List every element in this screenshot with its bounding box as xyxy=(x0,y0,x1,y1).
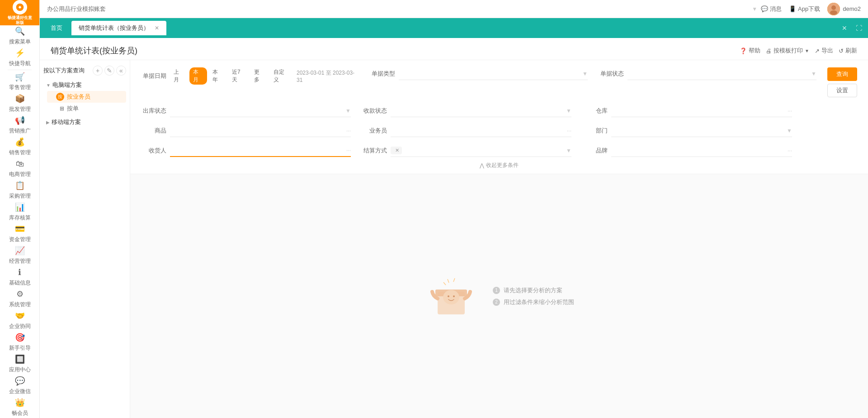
date-label: 单据日期 xyxy=(141,72,166,80)
pc-section-arrow: ▼ xyxy=(46,83,51,88)
sidebar-item-label: 系统管理 xyxy=(9,301,31,309)
sidebar-item-label: 搜索菜单 xyxy=(9,38,31,46)
export-btn[interactable]: ↗ 导出 xyxy=(815,47,833,55)
print-dropdown-icon: ▼ xyxy=(805,48,809,53)
sidebar-item-retail[interactable]: 🛒 零售管理 xyxy=(0,71,40,93)
sidebar-item-label: 经营管理 xyxy=(9,257,31,265)
out-status-select[interactable]: ▼ xyxy=(170,104,351,117)
sidebar-item-label: 营销推广 xyxy=(9,127,31,135)
date-tab-custom[interactable]: 自定义 xyxy=(270,67,293,85)
order-type-select[interactable]: ▼ xyxy=(399,67,588,80)
collapse-scheme-btn[interactable]: « xyxy=(116,66,126,76)
consignee-input[interactable]: ··· xyxy=(170,144,351,157)
sidebar-item-marketing[interactable]: 📢 营销推广 xyxy=(0,114,40,136)
scheme-item-label: 按单 xyxy=(67,104,79,113)
consignee-label: 收货人 xyxy=(141,147,166,155)
filter-item-out-status: 出库状态 ▼ xyxy=(141,104,351,117)
user-profile[interactable]: demo2 xyxy=(827,3,861,15)
brand-select[interactable]: ··· xyxy=(611,144,792,157)
scheme-panel-header: 按以下方案查询 + ✎ « xyxy=(43,66,126,76)
search-icon: 🔍 xyxy=(15,26,25,36)
svg-point-2 xyxy=(831,5,836,10)
date-tab-this-year[interactable]: 本年 xyxy=(209,67,226,85)
filter-row-4: 收货人 ··· 结算方式 ✕ xyxy=(141,144,857,157)
sidebar-item-wechat[interactable]: 💬 企业微信 xyxy=(0,375,40,396)
consignee-more-icon: ··· xyxy=(346,147,351,153)
out-status-dropdown-icon: ▼ xyxy=(345,108,351,114)
scheme-item-order[interactable]: ⊞ 按单 xyxy=(47,103,126,114)
dropdown-icon[interactable]: ▼ xyxy=(752,6,757,12)
operation-icon: 📈 xyxy=(15,246,25,256)
add-scheme-btn[interactable]: + xyxy=(93,66,103,76)
topbar-actions: 💬 消息 📱 App下载 demo2 xyxy=(761,3,861,15)
collapse-label: 收起更多条件 xyxy=(486,162,519,169)
sidebar-item-inventory[interactable]: 📊 库存核算 xyxy=(0,201,40,223)
sidebar-item-member[interactable]: 👑 畅会员 xyxy=(0,396,40,418)
pc-section-title[interactable]: ▼ 电脑端方案 xyxy=(43,79,126,91)
sidebar-item-purchase[interactable]: 📋 采购管理 xyxy=(0,180,40,201)
scheme-actions: + ✎ « xyxy=(93,66,126,76)
print-icon: 🖨 xyxy=(766,48,772,54)
sidebar-item-basic[interactable]: ℹ 基础信息 xyxy=(0,266,40,288)
order-status-select[interactable]: ▼ xyxy=(627,67,816,80)
sidebar-item-sales[interactable]: 💰 销售管理 xyxy=(0,136,40,158)
sidebar-item-apps[interactable]: 🔲 应用中心 xyxy=(0,353,40,375)
department-select[interactable]: ▼ xyxy=(611,124,792,137)
retail-icon: 🛒 xyxy=(15,72,25,82)
sidebar-item-label: 基础信息 xyxy=(9,279,31,287)
tab-home[interactable]: 首页 xyxy=(43,21,70,35)
sidebar-item-search[interactable]: 🔍 搜索菜单 xyxy=(0,25,40,47)
empty-tip-num-2: 2 xyxy=(493,299,500,306)
message-btn[interactable]: 💬 消息 xyxy=(761,5,782,13)
query-btn[interactable]: 查询 xyxy=(827,67,857,81)
app-download-btn[interactable]: 📱 App下载 xyxy=(789,5,820,13)
settlement-tag-close[interactable]: ✕ xyxy=(395,147,399,153)
date-tab-more[interactable]: 更多 xyxy=(250,67,268,85)
svg-point-3 xyxy=(830,10,837,15)
logo-icon xyxy=(13,0,27,14)
filter-item-product: 商品 ··· xyxy=(141,124,351,137)
empty-tip-num-1: 1 xyxy=(493,287,500,294)
sidebar-item-operation[interactable]: 📈 经营管理 xyxy=(0,244,40,266)
query-buttons: 查询 设置 xyxy=(827,67,857,97)
sidebar-item-system[interactable]: ⚙ 系统管理 xyxy=(0,288,40,309)
sidebar-item-finance[interactable]: 💳 资金管理 xyxy=(0,223,40,244)
tab-sales-stat[interactable]: 销货单统计表（按业务员） ✕ xyxy=(71,21,166,35)
sidebar-item-newbie[interactable]: 🎯 新手引导 xyxy=(0,331,40,353)
salesperson-label: 业务员 xyxy=(362,127,387,135)
salesperson-more-icon: ··· xyxy=(567,128,571,134)
payment-status-label: 收款状态 xyxy=(362,107,387,115)
date-filter-controls: 上月 本月 本年 近7天 更多 自定义 2023-03-01 至 2023-03… xyxy=(170,67,359,85)
settings-btn[interactable]: 设置 xyxy=(827,84,857,97)
sidebar-divider xyxy=(8,70,31,70)
tab-close-btn[interactable]: ✕ xyxy=(155,25,159,31)
message-icon: 💬 xyxy=(761,5,768,12)
date-tab-this-month[interactable]: 本月 xyxy=(189,67,207,85)
collapse-btn[interactable]: ⋀ 收起更多条件 xyxy=(480,162,519,169)
sidebar-item-wholesale[interactable]: 📦 批发管理 xyxy=(0,93,40,114)
settlement-dropdown-icon: ▼ xyxy=(566,147,571,154)
refresh-btn[interactable]: ↺ 刷新 xyxy=(839,47,857,55)
department-label: 部门 xyxy=(582,127,608,135)
help-btn[interactable]: ❓ 帮助 xyxy=(740,47,760,55)
enterprise-icon: 🤝 xyxy=(15,311,25,321)
payment-status-select[interactable]: ▼ xyxy=(391,104,571,117)
out-status-label: 出库状态 xyxy=(141,107,166,115)
sidebar-item-quick-nav[interactable]: ⚡ 快捷导航 xyxy=(0,47,40,69)
mobile-section-title[interactable]: ▶ 移动端方案 xyxy=(43,116,126,128)
product-select[interactable]: ··· xyxy=(170,124,351,137)
print-btn[interactable]: 🖨 按模板打印 ▼ xyxy=(766,47,809,55)
scheme-item-salesperson[interactable]: 按 按业务员 xyxy=(47,91,126,103)
settlement-select[interactable]: ✕ ▼ xyxy=(391,144,571,157)
filter-item-settlement: 结算方式 ✕ ▼ xyxy=(362,144,571,157)
refresh-icon: ↺ xyxy=(839,48,844,54)
salesperson-select[interactable]: ··· xyxy=(391,124,571,137)
edit-scheme-btn[interactable]: ✎ xyxy=(104,66,114,76)
date-tab-last-month[interactable]: 上月 xyxy=(170,67,188,85)
tab-expand-btn[interactable]: ⛶ xyxy=(854,23,864,33)
sidebar-item-enterprise[interactable]: 🤝 企业协同 xyxy=(0,309,40,331)
warehouse-select[interactable]: ··· xyxy=(611,104,792,117)
date-tab-7days[interactable]: 近7天 xyxy=(228,67,249,85)
sidebar-item-ecommerce[interactable]: 🛍 电商管理 xyxy=(0,158,40,180)
tab-close-all-btn[interactable]: ✕ xyxy=(839,23,850,33)
